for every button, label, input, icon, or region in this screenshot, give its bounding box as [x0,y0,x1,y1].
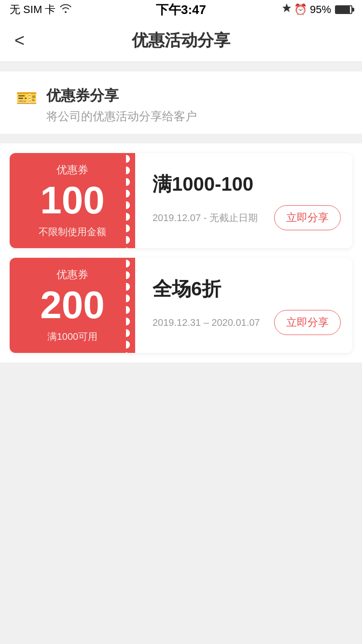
coupon-amount-1: 100 [40,181,104,220]
coupon-bottom-row-2: 2019.12.31 – 2020.01.07 立即分享 [153,310,341,335]
alarm-icon: ⏰ [294,3,307,16]
section-header: 🎫 优惠券分享 将公司的优惠活动分享给客户 [0,71,362,134]
coupon-amount-2: 200 [40,286,104,324]
bottom-area [0,363,362,644]
coupon-bottom-row-1: 2019.12.07 - 无截止日期 立即分享 [153,205,341,230]
coupon-left-1: 优惠券 100 不限制使用金额 [10,153,135,248]
nav-bar: < 优惠活动分享 [0,19,362,62]
section-text-group: 优惠券分享 将公司的优惠活动分享给客户 [46,86,197,124]
share-button-2[interactable]: 立即分享 [274,310,341,335]
share-button-1[interactable]: 立即分享 [274,205,341,230]
back-button[interactable]: < [14,30,25,51]
section-title: 优惠券分享 [46,86,197,106]
wifi-icon [59,3,72,16]
section-subtitle: 将公司的优惠活动分享给客户 [46,109,197,124]
status-left: 无 SIM 卡 [10,2,72,17]
coupon-list: 优惠券 100 不限制使用金额 满1000-100 2019.12.07 - 无… [0,143,362,363]
coupon-card-2: 优惠券 200 满1000可用 全场6折 2019.12.31 – 2020.0… [10,258,352,353]
battery-text: 95% [310,3,331,16]
status-right: ⏰ 95% [282,3,352,16]
section-icon: 🎫 [14,86,39,110]
coupon-name-1: 满1000-100 [153,171,341,197]
status-bar: 无 SIM 卡 下午3:47 ⏰ 95% [0,0,362,19]
nav-title: 优惠活动分享 [132,29,230,52]
status-time: 下午3:47 [156,1,206,18]
battery-icon [335,5,352,14]
coupon-date-2: 2019.12.31 – 2020.01.07 [153,317,274,328]
coupon-label-2: 优惠券 [56,267,88,282]
coupon-right-1: 满1000-100 2019.12.07 - 无截止日期 立即分享 [135,153,352,248]
coupon-condition-1: 不限制使用金额 [39,225,106,238]
carrier-text: 无 SIM 卡 [10,2,56,17]
coupon-condition-2: 满1000可用 [47,330,98,343]
coupon-left-2: 优惠券 200 满1000可用 [10,258,135,353]
coupon-label-1: 优惠券 [56,163,88,177]
location-icon [282,3,291,16]
coupon-name-2: 全场6折 [153,276,341,302]
coupon-date-1: 2019.12.07 - 无截止日期 [153,211,274,224]
coupon-card-1: 优惠券 100 不限制使用金额 满1000-100 2019.12.07 - 无… [10,153,352,248]
coupon-right-2: 全场6折 2019.12.31 – 2020.01.07 立即分享 [135,258,352,353]
